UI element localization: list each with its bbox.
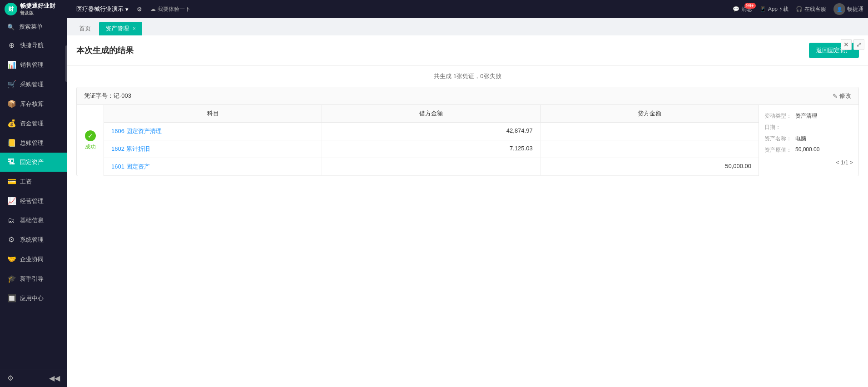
sidebar-bottom: ⚙ ◀◀ — [0, 369, 67, 387]
purchase-icon: 🛒 — [7, 80, 15, 89]
online-service-label: 在线客服 — [804, 5, 826, 13]
messages-badge: 99+ — [744, 3, 756, 9]
voucher-number: 凭证字号：记-003 — [84, 92, 131, 100]
edit-button[interactable]: ✎ 修改 — [833, 92, 851, 100]
sidebar-item-system[interactable]: ⚙ 系统管理 — [0, 230, 67, 249]
side-info-date: 日期： — [764, 122, 853, 133]
sidebar-settings-icon[interactable]: ⚙ — [7, 374, 14, 382]
home-icon: ⊕ — [7, 41, 15, 50]
app-logo: 财 畅捷通好业财 普及版 — [5, 2, 72, 16]
sidebar-collapse-icon[interactable]: ◀◀ — [49, 374, 60, 382]
original-value-label: 资产原值： — [764, 146, 792, 154]
sidebar-item-capital[interactable]: 💰 资金管理 — [0, 114, 67, 133]
system-icon: ⚙ — [7, 235, 15, 244]
cell-subject-1[interactable]: 1606 固定资产清理 — [104, 123, 322, 140]
inventory-icon: 📦 — [7, 99, 15, 108]
side-info-panel: 变动类型： 资产清理 日期： 资产名称： 电脑 资产原值： — [759, 105, 858, 176]
sidebar-item-inventory[interactable]: 📦 库存核算 — [0, 94, 67, 114]
next-icon[interactable]: > — [850, 159, 853, 166]
side-info-asset-name: 资产名称： 电脑 — [764, 133, 853, 144]
cell-credit-3: 50,000.00 — [541, 158, 759, 175]
fixed-assets-icon: 🏗 — [7, 158, 15, 166]
topbar-center: 医疗器械行业演示 ▾ ⚙ ☁ 我要体验一下 — [72, 3, 733, 15]
prev-icon[interactable]: < — [836, 159, 839, 166]
capital-icon: 💰 — [7, 119, 15, 128]
table-row: 1602 累计折旧 7,125.03 — [104, 140, 759, 158]
sidebar-item-label: 新手引导 — [20, 275, 44, 283]
messages-button[interactable]: 💬 消息 99+ — [733, 5, 752, 13]
date-label: 日期： — [764, 124, 789, 131]
result-panel: 凭证字号：记-003 ✎ 修改 ✓ 成功 — [76, 87, 859, 176]
avatar: 👤 — [833, 3, 845, 15]
cell-subject-2[interactable]: 1602 累计折旧 — [104, 140, 322, 158]
sidebar-item-purchase[interactable]: 🛒 采购管理 — [0, 74, 67, 94]
sidebar-scroll: ⊕ 快捷导航 📊 销售管理 🛒 采购管理 📦 库存核算 💰 资金管理 📒 — [0, 35, 67, 369]
sidebar-item-app-center[interactable]: 🔲 应用中心 — [0, 288, 67, 308]
search-icon: 🔍 — [7, 24, 15, 30]
expand-panel-button[interactable]: ⤢ — [853, 39, 864, 50]
company-selector[interactable]: 医疗器械行业演示 ▾ — [76, 5, 129, 13]
original-value-value: 50,000.00 — [795, 146, 819, 154]
cell-debit-1: 42,874.97 — [322, 123, 540, 140]
sidebar-item-operations[interactable]: 📈 经营管理 — [0, 191, 67, 211]
success-column: ✓ 成功 — [77, 105, 104, 176]
trial-button[interactable]: ☁ 我要体验一下 — [150, 5, 190, 13]
sidebar-item-sales[interactable]: 📊 销售管理 — [0, 55, 67, 74]
sidebar-item-label: 工资 — [20, 178, 32, 186]
sidebar-item-basic-info[interactable]: 🗂 基础信息 — [0, 211, 67, 230]
search-menu-button[interactable]: 🔍 搜索菜单 — [0, 18, 67, 35]
sidebar-item-fixed-assets[interactable]: 🏗 固定资产 — [0, 153, 67, 172]
tab-asset-management[interactable]: 资产管理 × — [99, 22, 142, 35]
asset-name-value: 电脑 — [795, 135, 806, 143]
sales-icon: 📊 — [7, 60, 15, 69]
sidebar-item-ledger[interactable]: 📒 总账管理 — [0, 133, 67, 153]
topbar: 财 畅捷通好业财 普及版 医疗器械行业演示 ▾ ⚙ ☁ 我要体验一下 💬 消息 … — [0, 0, 868, 18]
tab-close-icon[interactable]: × — [133, 25, 136, 32]
sidebar: 🔍 搜索菜单 ⊕ 快捷导航 📊 销售管理 🛒 采购管理 📦 库存核算 💰 — [0, 18, 67, 387]
sidebar-item-label: 采购管理 — [20, 80, 44, 89]
header-credit: 贷方金额 — [541, 105, 759, 122]
sidebar-item-quick-nav[interactable]: ⊕ 快捷导航 — [0, 35, 67, 55]
sidebar-item-label: 快捷导航 — [20, 41, 44, 50]
user-menu[interactable]: 👤 畅捷通 — [833, 3, 863, 15]
cell-subject-3[interactable]: 1601 固定资产 — [104, 158, 322, 175]
sidebar-item-label: 资金管理 — [20, 119, 44, 128]
sidebar-item-label: 库存核算 — [20, 100, 44, 108]
app-download-icon: 📱 — [759, 6, 766, 12]
sidebar-item-label: 总账管理 — [20, 139, 44, 147]
cell-credit-2 — [541, 140, 759, 158]
tab-bar: 首页 资产管理 × — [67, 18, 868, 35]
sidebar-item-label: 销售管理 — [20, 61, 44, 69]
cooperation-icon: 🤝 — [7, 255, 15, 263]
app-download-button[interactable]: 📱 App下载 — [759, 5, 789, 13]
sidebar-item-label: 系统管理 — [20, 236, 44, 244]
page-content: ✕ ⤢ 本次生成的结果 返回固定资产 共生成 1张凭证，0张失败 凭证字号：记-… — [67, 35, 868, 387]
page-header: 本次生成的结果 返回固定资产 — [67, 35, 868, 66]
settings-icon[interactable]: ⚙ — [133, 3, 146, 15]
close-panel-button[interactable]: ✕ — [841, 39, 852, 50]
sidebar-item-cooperation[interactable]: 🤝 企业协同 — [0, 249, 67, 269]
app-center-icon: 🔲 — [7, 294, 15, 303]
change-type-value: 资产清理 — [795, 112, 817, 120]
payroll-icon: 💳 — [7, 177, 15, 186]
asset-name-label: 资产名称： — [764, 135, 792, 143]
sidebar-item-payroll[interactable]: 💳 工资 — [0, 172, 67, 191]
pagination[interactable]: < 1/1 > — [764, 159, 853, 166]
summary-text: 共生成 1张凭证，0张失败 — [434, 73, 501, 79]
tab-home[interactable]: 首页 — [73, 22, 97, 35]
app-download-label: App下载 — [768, 5, 789, 13]
logo-icon: 财 — [5, 3, 17, 15]
voucher-header: 凭证字号：记-003 ✎ 修改 — [77, 87, 858, 105]
messages-icon: 💬 — [733, 6, 739, 12]
online-service-button[interactable]: 🎧 在线客服 — [796, 5, 826, 13]
sidebar-item-label: 基础信息 — [20, 216, 44, 224]
sidebar-item-guide[interactable]: 🎓 新手引导 — [0, 269, 67, 288]
cell-credit-1 — [541, 123, 759, 140]
company-name: 医疗器械行业演示 — [76, 5, 124, 13]
header-debit: 借方金额 — [322, 105, 540, 122]
topbar-right: 💬 消息 99+ 📱 App下载 🎧 在线客服 👤 畅捷通 — [733, 3, 863, 15]
side-info-original-value: 资产原值： 50,000.00 — [764, 144, 853, 156]
header-subject: 科目 — [104, 105, 322, 122]
success-text: 成功 — [85, 143, 96, 151]
voucher-table: 科目 借方金额 贷方金额 1606 固定资产清理 42,874.97 16 — [104, 105, 759, 176]
